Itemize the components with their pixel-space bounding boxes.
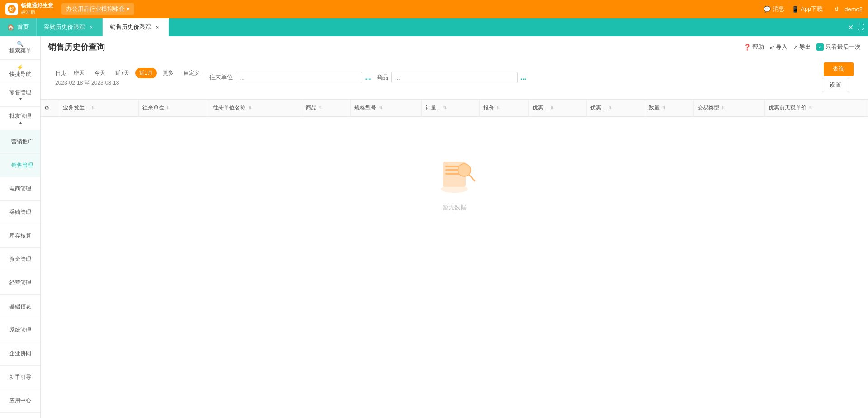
th-business-date[interactable]: 业务发生... ⇅ — [59, 100, 138, 117]
date-btn-yesterday[interactable]: 昨天 — [70, 68, 89, 78]
sidebar-item-shortcut[interactable]: ⚡ 快捷导航 — [0, 60, 40, 83]
product-filter: 商品 ... — [377, 72, 526, 83]
date-btn-1month[interactable]: 近1月 — [135, 68, 157, 78]
message-icon: 💬 — [764, 6, 771, 13]
only-last-checkbox[interactable]: ✓ 只看最后一次 — [816, 43, 861, 51]
th-discount2[interactable]: 优惠... ⇅ — [587, 100, 645, 117]
sidebar-item-guide[interactable]: 新手引导 — [0, 366, 40, 389]
chevron-icon: ▴ — [19, 120, 22, 125]
query-button[interactable]: 查询 — [824, 62, 854, 76]
sidebar-item-app-center[interactable]: 应用中心 — [0, 389, 40, 413]
empty-text: 暂无数据 — [443, 204, 466, 212]
product-dots-btn[interactable]: ... — [520, 73, 526, 81]
date-filter-btns: 日期 昨天 今天 近7天 近1月 更多 自定义 — [55, 68, 204, 78]
date-range-display: 2023-02-18 至 2023-03-18 — [55, 79, 204, 87]
import-action[interactable]: ↙ 导入 — [769, 43, 788, 51]
home-icon: 🏠 — [7, 24, 14, 31]
sidebar-item-basic-info[interactable]: 基础信息 — [0, 295, 40, 318]
empty-icon — [432, 153, 477, 198]
th-product[interactable]: 商品 ⇅ — [302, 100, 351, 117]
tab-close-purchase[interactable]: × — [88, 24, 95, 31]
svg-rect-5 — [445, 169, 459, 171]
page-actions: ❓ 帮助 ↙ 导入 ↗ 导出 ✓ 只看最后一次 — [744, 43, 861, 51]
th-trade-type[interactable]: 交易类型 ⇅ — [694, 100, 764, 117]
content-area: 销售历史价查询 ❓ 帮助 ↙ 导入 ↗ 导出 — [41, 36, 868, 418]
avatar: d — [830, 3, 843, 15]
th-spec[interactable]: 规格型号 ⇅ — [351, 100, 421, 117]
maximize-btn[interactable]: ⛶ — [857, 23, 864, 31]
chevron-down-icon: ▾ — [127, 5, 130, 12]
sidebar-item-retail[interactable]: 零售管理 ▾ — [0, 83, 40, 107]
sidebar-item-ecommerce[interactable]: 电商管理 — [0, 177, 40, 201]
th-unit[interactable]: 计量... ⇅ — [421, 100, 480, 117]
export-action[interactable]: ↗ 导出 — [793, 43, 811, 51]
date-btn-more[interactable]: 更多 — [159, 68, 178, 78]
export-icon: ↗ — [793, 44, 798, 51]
main-area: 🔍 搜索菜单 ⚡ 快捷导航 零售管理 ▾ 批发管理 ▴ 营销推广 销售管理 — [0, 36, 868, 418]
page-title: 销售历史价查询 — [48, 42, 105, 52]
source-filter: 往来单位 ... — [209, 72, 371, 83]
page-header: 销售历史价查询 ❓ 帮助 ↙ 导入 ↗ 导出 — [41, 36, 868, 100]
top-bar-left: 好 畅捷通好生意 标准版 办公用品行业模拟账套 ▾ — [5, 2, 134, 15]
date-btn-today[interactable]: 今天 — [90, 68, 109, 78]
sidebar-item-enterprise[interactable]: 企业协同 — [0, 342, 40, 366]
date-filter: 日期 昨天 今天 近7天 近1月 更多 自定义 2023-02-18 至 202… — [55, 68, 204, 87]
help-icon: ❓ — [744, 44, 751, 51]
table-header: ⚙ 业务发生... ⇅ 往来单位 ⇅ 往来单位名称 ⇅ — [41, 100, 868, 117]
th-quantity[interactable]: 数量 ⇅ — [645, 100, 694, 117]
filter-bar: 日期 昨天 今天 近7天 近1月 更多 自定义 2023-02-18 至 202… — [48, 58, 861, 99]
tab-close-sales[interactable]: × — [154, 24, 161, 31]
sidebar-item-system[interactable]: 系统管理 — [0, 318, 40, 342]
th-settings[interactable]: ⚙ — [41, 100, 59, 117]
import-icon: ↙ — [769, 44, 774, 51]
shortcut-icon: ⚡ — [17, 64, 24, 71]
logo-icon: 好 — [5, 3, 18, 15]
sidebar-item-marketing[interactable]: 营销推广 — [0, 130, 40, 154]
sidebar-item-finance[interactable]: 资金管理 — [0, 248, 40, 271]
sidebar-item-purchase[interactable]: 采购管理 — [0, 201, 40, 224]
search-icon: 🔍 — [17, 41, 24, 47]
tab-home[interactable]: 🏠 首页 — [0, 18, 37, 36]
source-dots-btn[interactable]: ... — [365, 73, 371, 81]
query-actions: 查询 设置 — [820, 62, 854, 92]
settings-button[interactable]: 设置 — [822, 78, 849, 92]
help-action[interactable]: ❓ 帮助 — [744, 43, 764, 51]
source-input[interactable] — [236, 72, 362, 83]
date-buttons: 昨天 今天 近7天 近1月 更多 自定义 — [70, 68, 204, 78]
tab-purchase-history[interactable]: 采购历史价跟踪 × — [37, 18, 103, 36]
sidebar-item-sales-mgmt[interactable]: 销售管理 — [0, 154, 40, 177]
th-quote[interactable]: 报价 ⇅ — [480, 100, 529, 117]
sidebar-item-wholesale[interactable]: 批发管理 ▴ — [0, 107, 40, 130]
empty-state: 暂无数据 — [41, 117, 868, 248]
th-pre-tax[interactable]: 优惠前无税单价 ⇅ — [764, 100, 868, 117]
date-btn-custom[interactable]: 自定义 — [179, 68, 204, 78]
top-bar-right: 💬 消息 📱 App下载 d demo2 — [764, 3, 863, 15]
sidebar-item-wechat[interactable]: 企业微信 — [0, 413, 40, 418]
page-title-row: 销售历史价查询 ❓ 帮助 ↙ 导入 ↗ 导出 — [48, 42, 861, 52]
data-table: ⚙ 业务发生... ⇅ 往来单位 ⇅ 往来单位名称 ⇅ — [41, 100, 868, 117]
checkbox-icon: ✓ — [816, 43, 824, 51]
tab-sales-history[interactable]: 销售历史价跟踪 × — [103, 18, 169, 36]
logo-text: 畅捷通好生意 标准版 — [21, 2, 53, 15]
top-bar: 好 畅捷通好生意 标准版 办公用品行业模拟账套 ▾ 💬 消息 📱 App下载 — [0, 0, 868, 18]
svg-line-9 — [472, 177, 475, 181]
table-section: ⚙ 业务发生... ⇅ 往来单位 ⇅ 往来单位名称 ⇅ — [41, 100, 868, 418]
th-partner[interactable]: 往来单位 ⇅ — [138, 100, 209, 117]
product-input[interactable] — [391, 72, 518, 83]
tab-bar-end: ✕ ⛶ — [844, 18, 868, 36]
date-btn-7days[interactable]: 近7天 — [111, 68, 133, 78]
sidebar-item-search[interactable]: 🔍 搜索菜单 — [0, 36, 40, 60]
logo-area: 好 畅捷通好生意 标准版 — [5, 2, 53, 15]
message-action[interactable]: 💬 消息 — [764, 5, 784, 13]
tab-bar: 🏠 首页 采购历史价跟踪 × 销售历史价跟踪 × ✕ ⛶ — [0, 18, 868, 36]
th-discount1[interactable]: 优惠... ⇅ — [528, 100, 587, 117]
sidebar-item-operations[interactable]: 经营管理 — [0, 271, 40, 295]
sidebar-item-inventory[interactable]: 库存核算 — [0, 224, 40, 248]
app-download-action[interactable]: 📱 App下载 — [792, 5, 823, 13]
sidebar: 🔍 搜索菜单 ⚡ 快捷导航 零售管理 ▾ 批发管理 ▴ 营销推广 销售管理 — [0, 36, 41, 418]
close-window-btn[interactable]: ✕ — [848, 23, 854, 32]
workspace-selector[interactable]: 办公用品行业模拟账套 ▾ — [61, 3, 134, 15]
user-action[interactable]: d demo2 — [830, 3, 863, 15]
th-partner-name[interactable]: 往来单位名称 ⇅ — [209, 100, 302, 117]
chevron-icon: ▾ — [19, 96, 22, 101]
